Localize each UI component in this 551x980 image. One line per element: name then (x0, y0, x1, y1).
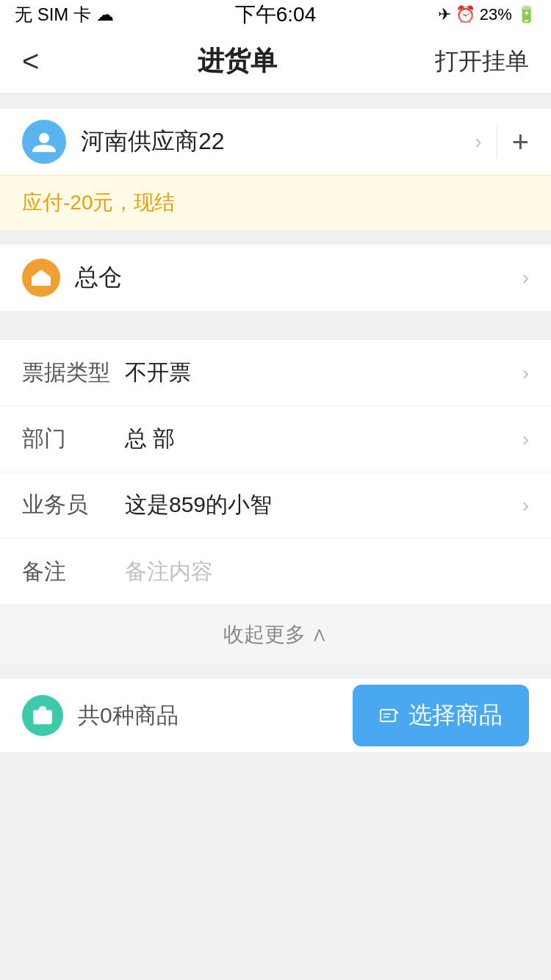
salesperson-value: 这是859的小智 (125, 490, 522, 520)
back-button[interactable]: < (22, 45, 39, 78)
supplier-arrow-icon: › (475, 130, 481, 154)
product-count-label: 共0种商品 (78, 701, 353, 731)
invoice-type-value: 不开票 (125, 358, 522, 388)
form-section: 票据类型 不开票 › 部门 总 部 › 业务员 这是859的小智 › 备注 备注… (0, 340, 551, 605)
nav-bar: < 进货单 打开挂单 (0, 29, 551, 94)
remark-input[interactable]: 备注内容 (125, 557, 529, 587)
collapse-label: 收起更多 ∧ (223, 621, 328, 649)
department-arrow-icon: › (522, 428, 529, 451)
bottom-bar: 共0种商品 选择商品 (0, 679, 551, 752)
warehouse-arrow-icon: › (522, 266, 529, 289)
invoice-type-label: 票据类型 (22, 358, 125, 388)
svg-rect-1 (37, 280, 45, 286)
select-product-button[interactable]: 选择商品 (353, 685, 529, 746)
warehouse-row[interactable]: 总仓 › (0, 245, 551, 311)
department-value: 总 部 (125, 424, 522, 454)
product-icon (31, 704, 54, 727)
gray-bottom-area (0, 752, 551, 973)
section-gap-3 (0, 311, 551, 325)
status-bar: 无 SIM 卡 ☁ 下午6:04 ✈ ⏰ 23% 🔋 (0, 0, 551, 29)
svg-rect-3 (381, 710, 395, 721)
warehouse-icon-bg (22, 259, 60, 297)
product-icon-bg (22, 695, 63, 736)
notice-text: 应付-20元，现结 (22, 191, 175, 214)
warehouse-name: 总仓 (75, 262, 522, 294)
supplier-row[interactable]: 河南供应商22 › + (0, 109, 551, 175)
salesperson-label: 业务员 (22, 490, 125, 520)
select-product-label: 选择商品 (408, 699, 503, 732)
supplier-section: 河南供应商22 › + 应付-20元，现结 (0, 109, 551, 230)
section-gap-2 (0, 230, 551, 245)
sim-label: 无 SIM 卡 ☁ (15, 3, 114, 26)
battery-label: ✈ ⏰ 23% 🔋 (438, 5, 536, 24)
invoice-type-arrow-icon: › (522, 361, 529, 385)
remark-row[interactable]: 备注 备注内容 (0, 538, 551, 605)
warehouse-icon (30, 267, 52, 289)
notice-bar: 应付-20元，现结 (0, 175, 551, 230)
add-supplier-button[interactable]: + (497, 126, 529, 159)
select-product-icon (379, 705, 400, 726)
status-right: ✈ ⏰ 23% 🔋 (438, 5, 536, 24)
svg-point-0 (39, 133, 49, 143)
invoice-type-row[interactable]: 票据类型 不开票 › (0, 340, 551, 406)
status-left: 无 SIM 卡 ☁ (15, 3, 114, 26)
person-icon (31, 129, 57, 155)
department-row[interactable]: 部门 总 部 › (0, 406, 551, 472)
collapse-bar[interactable]: 收起更多 ∧ (0, 605, 551, 664)
salesperson-arrow-icon: › (522, 494, 529, 517)
svg-rect-2 (33, 710, 52, 724)
status-time: 下午6:04 (235, 1, 317, 29)
page-title: 进货单 (198, 43, 277, 79)
warehouse-section[interactable]: 总仓 › (0, 245, 551, 311)
remark-label: 备注 (22, 557, 125, 587)
section-gap-1 (0, 94, 551, 109)
supplier-avatar (22, 120, 66, 164)
open-pending-button[interactable]: 打开挂单 (435, 46, 529, 78)
department-label: 部门 (22, 424, 125, 454)
supplier-name: 河南供应商22 (81, 126, 475, 158)
salesperson-row[interactable]: 业务员 这是859的小智 › (0, 472, 551, 538)
